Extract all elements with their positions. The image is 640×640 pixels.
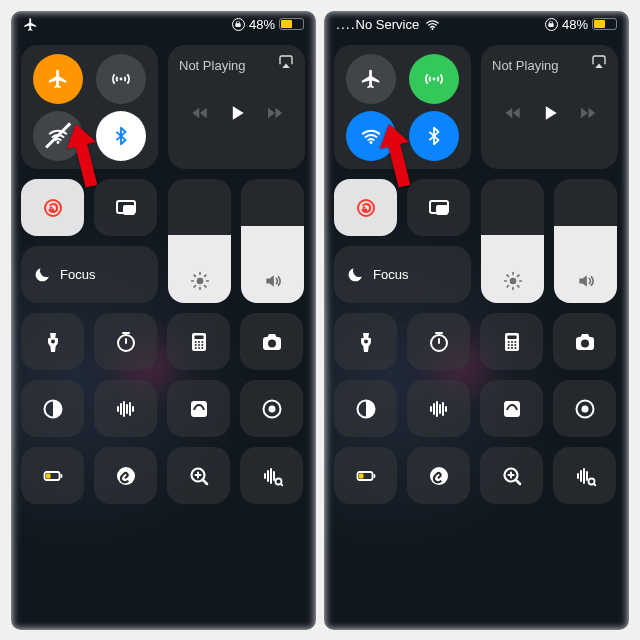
airplay-icon[interactable] xyxy=(590,53,608,71)
battery-icon xyxy=(592,18,617,30)
camera-tile[interactable] xyxy=(240,313,303,370)
timer-tile[interactable] xyxy=(407,313,470,370)
wifi-status-icon xyxy=(425,17,440,32)
low-power-tile[interactable] xyxy=(21,447,84,504)
focus-tile[interactable]: Focus xyxy=(334,246,471,303)
connectivity-card[interactable] xyxy=(21,45,158,169)
rewind-button[interactable] xyxy=(191,104,209,122)
sound-recognition-tile[interactable] xyxy=(240,447,303,504)
bt-toggle[interactable] xyxy=(96,111,146,161)
brightness-slider[interactable] xyxy=(168,179,231,303)
dark-mode-tile[interactable] xyxy=(334,380,397,437)
control-center-right: ....No Service48%Not PlayingFocus xyxy=(324,11,629,630)
orientation-lock-status-icon xyxy=(232,18,245,31)
low-power-tile[interactable] xyxy=(334,447,397,504)
rewind-button[interactable] xyxy=(504,104,522,122)
orientation-lock-tile[interactable] xyxy=(334,179,397,236)
shazam-tile[interactable] xyxy=(407,447,470,504)
tiles-grid xyxy=(21,313,306,504)
airplay-icon[interactable] xyxy=(277,53,295,71)
calculator-tile[interactable] xyxy=(167,313,230,370)
screen-mirroring-tile[interactable] xyxy=(407,179,470,236)
magnifier-tile[interactable] xyxy=(480,447,543,504)
connectivity-card[interactable] xyxy=(334,45,471,169)
cell-toggle[interactable] xyxy=(96,54,146,104)
forward-button[interactable] xyxy=(578,104,596,122)
magnifier-tile[interactable] xyxy=(167,447,230,504)
volume-slider[interactable] xyxy=(554,179,617,303)
sun-icon xyxy=(481,271,544,291)
airplane-status-icon xyxy=(23,17,38,32)
signal-dots: .... xyxy=(336,16,356,32)
media-card[interactable]: Not Playing xyxy=(168,45,305,169)
orientation-lock-status-icon xyxy=(545,18,558,31)
volume-icon xyxy=(554,271,617,291)
wifi-toggle[interactable] xyxy=(346,111,396,161)
focus-tile[interactable]: Focus xyxy=(21,246,158,303)
brightness-slider[interactable] xyxy=(481,179,544,303)
volume-icon xyxy=(241,271,304,291)
status-bar: 48% xyxy=(11,11,316,37)
voice-memos-tile[interactable] xyxy=(407,380,470,437)
camera-tile[interactable] xyxy=(553,313,616,370)
voice-memos-tile[interactable] xyxy=(94,380,157,437)
control-center-left: 48%Not PlayingFocus xyxy=(11,11,316,630)
media-card[interactable]: Not Playing xyxy=(481,45,618,169)
battery-percent: 48% xyxy=(249,17,275,32)
volume-slider[interactable] xyxy=(241,179,304,303)
focus-label: Focus xyxy=(60,267,95,282)
bt-toggle[interactable] xyxy=(409,111,459,161)
calculator-tile[interactable] xyxy=(480,313,543,370)
sound-recognition-tile[interactable] xyxy=(553,447,616,504)
cell-toggle[interactable] xyxy=(409,54,459,104)
flashlight-tile[interactable] xyxy=(334,313,397,370)
dark-mode-tile[interactable] xyxy=(21,380,84,437)
play-button[interactable] xyxy=(227,103,247,123)
apple-tv-remote-tile[interactable] xyxy=(167,380,230,437)
carrier-text: No Service xyxy=(356,17,420,32)
airplane-toggle[interactable] xyxy=(346,54,396,104)
play-button[interactable] xyxy=(540,103,560,123)
battery-percent: 48% xyxy=(562,17,588,32)
screen-mirroring-tile[interactable] xyxy=(94,179,157,236)
focus-label: Focus xyxy=(373,267,408,282)
timer-tile[interactable] xyxy=(94,313,157,370)
screen-record-tile[interactable] xyxy=(553,380,616,437)
flashlight-tile[interactable] xyxy=(21,313,84,370)
orientation-lock-tile[interactable] xyxy=(21,179,84,236)
apple-tv-remote-tile[interactable] xyxy=(480,380,543,437)
sun-icon xyxy=(168,271,231,291)
shazam-tile[interactable] xyxy=(94,447,157,504)
battery-icon xyxy=(279,18,304,30)
tiles-grid xyxy=(334,313,619,504)
forward-button[interactable] xyxy=(265,104,283,122)
status-bar: ....No Service48% xyxy=(324,11,629,37)
airplane-toggle[interactable] xyxy=(33,54,83,104)
screen-record-tile[interactable] xyxy=(240,380,303,437)
wifi-toggle[interactable] xyxy=(33,111,83,161)
